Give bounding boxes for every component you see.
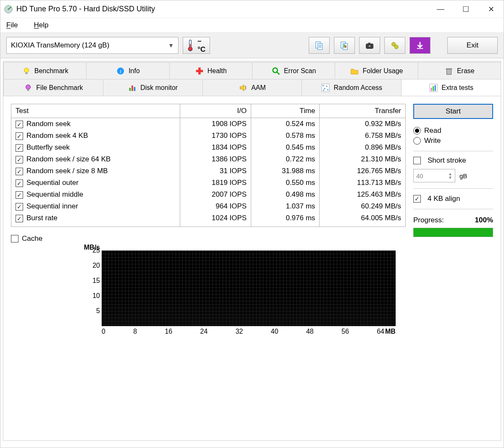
short-stroke-value-input[interactable]: 40 ▲▼ [413, 169, 455, 182]
exit-label: Exit [467, 41, 478, 50]
table-row[interactable]: Butterfly seek1834 IOPS0.545 ms0.896 MB/… [11, 142, 406, 153]
align-label: 4 KB align [428, 195, 460, 203]
cache-checkbox[interactable] [11, 235, 18, 242]
tab-extra-tests[interactable]: Extra tests [401, 79, 501, 96]
progress-bar [413, 228, 493, 237]
tab-folder-usage[interactable]: Folder Usage [335, 62, 418, 79]
table-row[interactable]: Random seek / size 64 KB1386 IOPS0.722 m… [11, 153, 406, 165]
start-button[interactable]: Start [413, 104, 493, 119]
svg-rect-21 [25, 72, 28, 74]
drive-select-label: KIOXIA TransMemory (124 gB) [11, 41, 109, 50]
svg-point-30 [26, 84, 31, 89]
chart-plot [102, 250, 396, 326]
chart-x-tick: 16 [165, 328, 172, 335]
svg-rect-34 [134, 87, 136, 91]
tab-erase[interactable]: Erase [418, 62, 501, 79]
test-checkbox[interactable] [16, 132, 23, 140]
temperature-button[interactable]: – °C [183, 37, 210, 54]
options-button[interactable] [384, 37, 405, 54]
table-row[interactable]: Burst rate1024 IOPS0.976 ms64.005 MB/s [11, 212, 406, 227]
chart-x-tick: 64MB [377, 328, 396, 335]
short-stroke-value: 40 [416, 172, 423, 179]
svg-point-26 [273, 68, 278, 72]
tab-aam[interactable]: AAM [202, 79, 302, 96]
test-checkbox[interactable] [16, 215, 23, 222]
close-button[interactable]: ✕ [478, 0, 504, 18]
menu-bar: Filedocument.currentScript.previousSibli… [0, 18, 504, 32]
test-time: 0.578 ms [251, 130, 320, 142]
mode-read-radio[interactable]: Read [413, 126, 493, 135]
chart-y-tick: 20 [92, 262, 100, 269]
tab-disk-monitor[interactable]: Disk monitor [103, 79, 203, 96]
table-row[interactable]: Sequential inner964 IOPS1.037 ms60.249 M… [11, 200, 406, 212]
align-checkbox[interactable] [413, 195, 421, 203]
table-row[interactable]: Random seek / size 8 MB31 IOPS31.988 ms1… [11, 165, 406, 177]
copy-image-button[interactable] [334, 37, 355, 54]
tab-panel-extra-tests: Test I/O Time Transfer Random seek1908 I… [3, 96, 501, 440]
col-io[interactable]: I/O [180, 104, 251, 118]
test-transfer: 21.310 MB/s [320, 153, 406, 165]
tab-label: Info [129, 67, 140, 75]
svg-rect-44 [435, 85, 436, 91]
test-time: 0.498 ms [251, 189, 320, 200]
exit-button[interactable]: Exit [447, 37, 498, 54]
menu-file[interactable]: Filedocument.currentScript.previousSibli… [6, 21, 18, 29]
col-test[interactable]: Test [11, 104, 180, 118]
short-stroke-checkbox[interactable] [413, 157, 421, 164]
test-checkbox[interactable] [16, 179, 23, 187]
test-checkbox[interactable] [16, 144, 23, 152]
test-name: Sequential inner [26, 202, 78, 210]
test-io: 1908 IOPS [180, 118, 251, 130]
svg-point-18 [394, 45, 398, 49]
svg-rect-4 [190, 44, 191, 48]
drive-select[interactable]: KIOXIA TransMemory (124 gB) ▼ [6, 37, 178, 54]
progress-value: 100% [475, 216, 493, 224]
menu-help[interactable]: Help [34, 21, 48, 29]
test-time: 0.550 ms [251, 177, 320, 189]
test-time: 31.988 ms [251, 165, 320, 177]
dots-random-icon [321, 83, 330, 92]
tab-label: Error Scan [284, 67, 316, 75]
mode-write-radio[interactable]: Write [413, 137, 493, 145]
test-checkbox[interactable] [16, 156, 23, 163]
test-checkbox[interactable] [16, 203, 23, 211]
test-io: 1024 IOPS [180, 212, 251, 227]
table-row[interactable]: Random seek1908 IOPS0.524 ms0.932 MB/s [11, 118, 406, 130]
tab-health[interactable]: Health [169, 62, 252, 79]
svg-rect-11 [343, 43, 347, 50]
col-transfer[interactable]: Transfer [320, 104, 406, 118]
test-checkbox[interactable] [16, 191, 23, 199]
progress-label: Progress: [413, 216, 444, 224]
tab-random-access[interactable]: Random Access [302, 79, 402, 96]
table-row[interactable]: Sequential outer1819 IOPS0.550 ms113.713… [11, 177, 406, 189]
test-transfer: 0.896 MB/s [320, 142, 406, 153]
test-checkbox[interactable] [16, 121, 23, 128]
trash-gray-icon [444, 66, 454, 76]
tab-label: Random Access [333, 84, 382, 92]
tab-info[interactable]: iInfo [86, 62, 169, 79]
screenshot-button[interactable] [359, 37, 380, 54]
table-row[interactable]: Sequential middle2007 IOPS0.498 ms125.46… [11, 189, 406, 200]
tab-error-scan[interactable]: Error Scan [252, 62, 335, 79]
svg-rect-6 [318, 43, 322, 50]
bulb-yellow-icon [22, 66, 31, 76]
short-stroke-label: Short stroke [428, 156, 466, 165]
folder-yellow-icon [350, 66, 359, 76]
chart-x-tick: 48 [306, 328, 314, 335]
table-row[interactable]: Random seek 4 KB1730 IOPS0.578 ms6.758 M… [11, 130, 406, 142]
col-time[interactable]: Time [251, 104, 320, 118]
download-icon [415, 41, 425, 50]
tab-benchmark[interactable]: Benchmark [3, 62, 87, 79]
chevron-down-icon: ▼ [168, 42, 174, 49]
maximize-button[interactable]: ☐ [453, 0, 478, 18]
svg-line-27 [277, 72, 280, 74]
save-button[interactable] [410, 37, 430, 54]
read-label: Read [424, 126, 441, 135]
minimize-button[interactable]: — [428, 0, 453, 18]
chart-y-tick: 15 [92, 277, 100, 285]
test-checkbox[interactable] [16, 168, 23, 175]
chart-y-tick: 5 [96, 307, 100, 315]
thermometer-icon [187, 40, 193, 51]
tab-file-benchmark[interactable]: File Benchmark [3, 79, 103, 96]
copy-text-button[interactable] [309, 37, 330, 54]
